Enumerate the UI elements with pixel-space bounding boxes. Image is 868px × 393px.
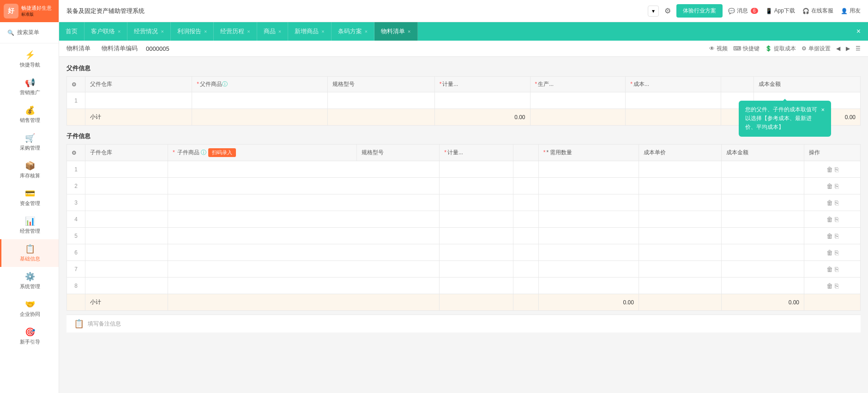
- child-row-goods[interactable]: [168, 194, 440, 211]
- child-row-warehouse[interactable]: [85, 244, 168, 261]
- child-row-warehouse[interactable]: [85, 178, 168, 194]
- parent-row-1-production[interactable]: [530, 92, 626, 109]
- parent-row-1-warehouse[interactable]: [85, 92, 192, 109]
- child-row-goods[interactable]: [168, 244, 440, 261]
- tab-home[interactable]: 首页: [59, 22, 84, 41]
- child-row-goods[interactable]: [168, 278, 440, 294]
- tabbar-close-all[interactable]: ×: [853, 27, 864, 36]
- child-row-spec[interactable]: [440, 194, 513, 211]
- sidebar-item-quick-nav[interactable]: ⚡ 快捷导航: [0, 45, 59, 73]
- copy-icon[interactable]: ⎘: [835, 166, 838, 173]
- child-row-spec[interactable]: [440, 178, 513, 194]
- child-row-spec[interactable]: [440, 161, 513, 178]
- child-row-unit[interactable]: [513, 178, 538, 194]
- child-row-unit[interactable]: [513, 211, 538, 228]
- tab-bom[interactable]: 物料清单 ×: [374, 22, 417, 41]
- sidebar-item-purchase[interactable]: 🛒 采购管理: [0, 128, 59, 156]
- sidebar-item-operations[interactable]: 📊 经营管理: [0, 212, 59, 239]
- parent-row-1-goods[interactable]: [192, 92, 328, 109]
- child-row-spec[interactable]: [440, 211, 513, 228]
- nav-prev[interactable]: ◀: [836, 45, 840, 52]
- child-row-quantity[interactable]: [538, 178, 639, 194]
- tab-history-close[interactable]: ×: [247, 29, 250, 34]
- delete-icon[interactable]: 🗑: [826, 199, 833, 206]
- tab-add-goods-close[interactable]: ×: [321, 29, 324, 34]
- parent-row-1-spec[interactable]: [328, 92, 434, 109]
- delete-icon[interactable]: 🗑: [826, 182, 833, 190]
- sidebar-item-system[interactable]: ⚙️ 系统管理: [0, 267, 59, 295]
- child-row-quantity[interactable]: [538, 244, 639, 261]
- sidebar-item-sales[interactable]: 💰 销售管理: [0, 101, 59, 128]
- tab-barcode[interactable]: 条码方案 ×: [332, 22, 374, 41]
- child-row-warehouse[interactable]: [85, 228, 168, 244]
- child-row-goods[interactable]: [168, 161, 440, 178]
- tab-add-goods[interactable]: 新增商品 ×: [288, 22, 331, 41]
- child-row-quantity[interactable]: [538, 261, 639, 278]
- delete-icon[interactable]: 🗑: [826, 249, 833, 256]
- child-row-unit[interactable]: [513, 161, 538, 178]
- tab-goods[interactable]: 商品 ×: [257, 22, 288, 41]
- delete-icon[interactable]: 🗑: [826, 166, 833, 173]
- sidebar-item-enterprise[interactable]: 🤝 企业协同: [0, 295, 59, 322]
- shortcut-action[interactable]: ⌨ 快捷键: [733, 45, 760, 53]
- message-action[interactable]: 💬 消息 6: [728, 7, 758, 15]
- tab-profit-close[interactable]: ×: [204, 29, 207, 34]
- child-row-unit[interactable]: [513, 228, 538, 244]
- child-row-quantity[interactable]: [538, 194, 639, 211]
- sidebar-item-marketing[interactable]: 📢 营销推广: [0, 73, 59, 101]
- child-row-unit[interactable]: [513, 194, 538, 211]
- nav-next[interactable]: ▶: [846, 45, 850, 52]
- sidebar-item-guide[interactable]: 🎯 新手引导: [0, 322, 59, 350]
- tab-barcode-close[interactable]: ×: [365, 29, 368, 34]
- child-row-warehouse[interactable]: [85, 161, 168, 178]
- copy-icon[interactable]: ⎘: [835, 249, 838, 256]
- breadcrumb-bom[interactable]: 物料清单: [66, 44, 90, 53]
- tab-goods-close[interactable]: ×: [278, 29, 281, 34]
- delete-icon[interactable]: 🗑: [826, 266, 833, 273]
- child-row-spec[interactable]: [440, 228, 513, 244]
- scan-button[interactable]: 扫码录入: [208, 148, 236, 157]
- child-row-warehouse[interactable]: [85, 211, 168, 228]
- tab-operations[interactable]: 经营情况 ×: [127, 22, 170, 41]
- child-row-warehouse[interactable]: [85, 278, 168, 294]
- child-row-quantity[interactable]: [538, 228, 639, 244]
- tab-bom-close[interactable]: ×: [408, 29, 410, 34]
- settings-icon[interactable]: ⚙: [664, 6, 671, 15]
- copy-icon[interactable]: ⎘: [835, 182, 838, 190]
- sidebar-item-basic-info[interactable]: 📋 基础信息: [0, 239, 59, 267]
- child-row-spec[interactable]: [440, 261, 513, 278]
- child-row-spec[interactable]: [440, 244, 513, 261]
- copy-icon[interactable]: ⎘: [835, 232, 838, 240]
- child-row-spec[interactable]: [440, 278, 513, 294]
- copy-icon[interactable]: ⎘: [835, 199, 838, 206]
- system-dropdown[interactable]: ▾: [648, 6, 659, 17]
- parent-th-settings[interactable]: ⚙: [67, 77, 85, 92]
- copy-icon[interactable]: ⎘: [835, 266, 838, 273]
- copy-icon[interactable]: ⎘: [835, 216, 838, 223]
- child-row-goods[interactable]: [168, 211, 440, 228]
- child-row-goods[interactable]: [168, 178, 440, 194]
- child-row-goods[interactable]: [168, 261, 440, 278]
- child-row-quantity[interactable]: [538, 211, 639, 228]
- tab-customer[interactable]: 客户联络 ×: [84, 22, 127, 41]
- child-row-warehouse[interactable]: [85, 194, 168, 211]
- delete-icon[interactable]: 🗑: [826, 282, 833, 290]
- single-settings-action[interactable]: ⚙ 单据设置: [802, 45, 831, 53]
- search-menu-button[interactable]: 🔍 搜索菜单: [4, 26, 55, 39]
- delete-icon[interactable]: 🗑: [826, 216, 833, 223]
- sidebar-item-inventory[interactable]: 📦 库存核算: [0, 156, 59, 184]
- copy-icon[interactable]: ⎘: [835, 282, 838, 290]
- child-row-goods[interactable]: [168, 228, 440, 244]
- tooltip-close[interactable]: ×: [821, 105, 825, 115]
- user-action[interactable]: 👤 用友: [841, 7, 861, 15]
- child-th-settings[interactable]: ⚙: [67, 145, 85, 161]
- child-row-quantity[interactable]: [538, 278, 639, 294]
- tab-operations-close[interactable]: ×: [161, 29, 163, 34]
- trial-button[interactable]: 体验行业方案: [676, 4, 723, 18]
- child-row-warehouse[interactable]: [85, 261, 168, 278]
- nav-menu[interactable]: ☰: [856, 45, 861, 52]
- child-row-quantity[interactable]: [538, 161, 639, 178]
- sidebar-item-finance[interactable]: 💳 资金管理: [0, 184, 59, 212]
- note-icon[interactable]: 📋: [74, 319, 84, 329]
- extract-cost-action[interactable]: 💲 提取成本: [765, 45, 796, 53]
